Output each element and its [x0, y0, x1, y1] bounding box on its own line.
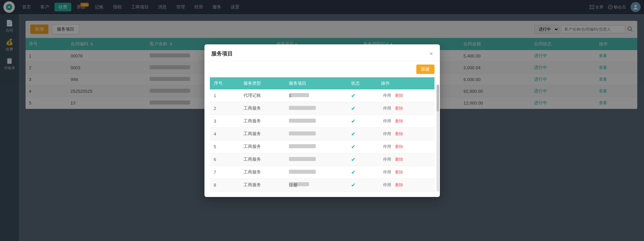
- modal-table-row: 5工商服务✔停用删除: [210, 140, 434, 153]
- modal-cell-status: ✔: [347, 89, 377, 102]
- modal-cell-status: ✔: [347, 127, 377, 140]
- modal-cell-action: 停用删除: [377, 140, 434, 153]
- delete-button[interactable]: 删除: [393, 169, 405, 176]
- modal-cell-type: 工商服务: [239, 166, 285, 178]
- modal-cell-status: ✔: [347, 102, 377, 115]
- delete-button[interactable]: 删除: [393, 182, 405, 189]
- check-icon: ✔: [351, 169, 355, 175]
- modal-table-row: 7工商服务✔停用删除: [210, 166, 434, 178]
- stop-button[interactable]: 停用: [381, 118, 393, 125]
- stop-button[interactable]: 停用: [381, 182, 393, 189]
- stop-button[interactable]: 停用: [381, 143, 393, 150]
- modal-cell-seq: 7: [210, 166, 240, 178]
- modal-cell-type: 工商服务: [239, 140, 285, 153]
- modal-cell-action: 停用删除: [377, 89, 434, 102]
- delete-button[interactable]: 删除: [393, 156, 405, 163]
- check-icon: ✔: [351, 131, 355, 137]
- modal-cell-seq: 5: [210, 140, 240, 153]
- modal-overlay[interactable]: 服务项目 × 新建 序号 服务类型 服务项目 状态 操作 1代理记账1✔停用删除…: [0, 0, 644, 241]
- modal-col-type: 服务类型: [239, 77, 285, 89]
- stop-button[interactable]: 停用: [381, 156, 393, 163]
- modal-col-status: 状态: [347, 77, 377, 89]
- modal-new-button[interactable]: 新建: [416, 65, 434, 74]
- check-icon: ✔: [351, 106, 355, 111]
- modal-cell-action: 停用删除: [377, 178, 434, 191]
- stop-button[interactable]: 停用: [381, 130, 393, 137]
- modal-cell-item: [285, 127, 347, 140]
- stop-button[interactable]: 停用: [381, 105, 393, 112]
- modal-cell-item: 注册: [285, 178, 347, 191]
- modal-cell-status: ✔: [347, 178, 377, 191]
- delete-button[interactable]: 删除: [393, 118, 405, 125]
- modal-cell-item: [285, 166, 347, 178]
- modal-table-row: 1代理记账1✔停用删除: [210, 89, 434, 102]
- modal-cell-action: 停用删除: [377, 102, 434, 115]
- modal-table-row: 4工商服务✔停用删除: [210, 127, 434, 140]
- modal-table: 序号 服务类型 服务项目 状态 操作 1代理记账1✔停用删除2工商服务✔停用删除…: [210, 77, 434, 192]
- modal-col-item: 服务项目: [285, 77, 347, 89]
- modal-cell-seq: 8: [210, 178, 240, 191]
- modal-cell-seq: 4: [210, 127, 240, 140]
- modal-cell-seq: 6: [210, 153, 240, 166]
- modal-body[interactable]: 序号 服务类型 服务项目 状态 操作 1代理记账1✔停用删除2工商服务✔停用删除…: [204, 77, 440, 197]
- modal-cell-seq: 2: [210, 102, 240, 115]
- modal-cell-action: 停用删除: [377, 166, 434, 178]
- modal-col-seq: 序号: [210, 77, 240, 89]
- modal-cell-type: 工商服务: [239, 153, 285, 166]
- service-item-modal: 服务项目 × 新建 序号 服务类型 服务项目 状态 操作 1代理记账1✔停用删除…: [204, 44, 440, 197]
- modal-cell-status: ✔: [347, 166, 377, 178]
- modal-col-action: 操作: [377, 77, 434, 89]
- modal-cell-type: 工商服务: [239, 102, 285, 115]
- delete-button[interactable]: 删除: [393, 92, 405, 99]
- modal-table-body: 1代理记账1✔停用删除2工商服务✔停用删除3工商服务✔停用删除4工商服务✔停用删…: [210, 89, 434, 192]
- modal-table-row: 3工商服务✔停用删除: [210, 115, 434, 127]
- modal-cell-status: ✔: [347, 140, 377, 153]
- modal-cell-item: [285, 102, 347, 115]
- delete-button[interactable]: 删除: [393, 130, 405, 137]
- modal-cell-seq: 3: [210, 115, 240, 127]
- modal-close-button[interactable]: ×: [429, 51, 433, 57]
- stop-button[interactable]: 停用: [381, 169, 393, 176]
- modal-cell-type: 工商服务: [239, 178, 285, 191]
- modal-cell-seq: 1: [210, 89, 240, 102]
- modal-header: 服务项目 ×: [204, 44, 440, 61]
- modal-cell-type: 工商服务: [239, 127, 285, 140]
- modal-cell-item: [285, 115, 347, 127]
- modal-cell-action: 停用删除: [377, 127, 434, 140]
- modal-cell-status: ✔: [347, 115, 377, 127]
- modal-toolbar: 新建: [204, 61, 440, 77]
- modal-table-row: 8工商服务注册✔停用删除: [210, 178, 434, 191]
- check-icon: ✔: [351, 182, 355, 188]
- check-icon: ✔: [351, 118, 355, 124]
- delete-button[interactable]: 删除: [393, 143, 405, 150]
- modal-title: 服务项目: [211, 50, 233, 57]
- modal-cell-type: 代理记账: [239, 89, 285, 102]
- modal-table-row: 2工商服务✔停用删除: [210, 102, 434, 115]
- modal-header-row: 序号 服务类型 服务项目 状态 操作: [210, 77, 434, 89]
- modal-cell-type: 工商服务: [239, 115, 285, 127]
- modal-scrollbar[interactable]: [437, 85, 439, 192]
- modal-cell-item: 1: [285, 89, 347, 102]
- modal-cell-action: 停用删除: [377, 153, 434, 166]
- delete-button[interactable]: 删除: [393, 105, 405, 112]
- modal-scrollbar-thumb: [437, 85, 439, 112]
- check-icon: ✔: [351, 93, 355, 98]
- stop-button[interactable]: 停用: [381, 92, 393, 99]
- modal-cell-item: [285, 153, 347, 166]
- modal-cell-action: 停用删除: [377, 115, 434, 127]
- check-icon: ✔: [351, 157, 355, 162]
- modal-cell-status: ✔: [347, 153, 377, 166]
- modal-table-row: 6工商服务✔停用删除: [210, 153, 434, 166]
- check-icon: ✔: [351, 144, 355, 150]
- modal-cell-item: [285, 140, 347, 153]
